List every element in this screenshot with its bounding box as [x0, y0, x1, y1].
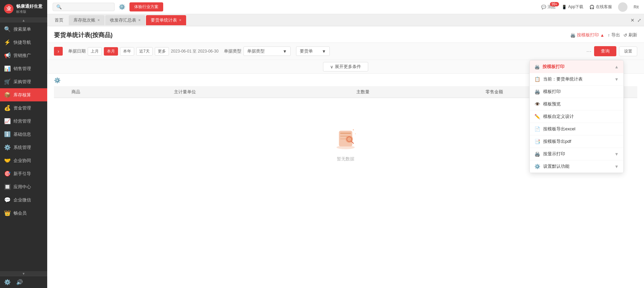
sound-icon[interactable]: 🔊 — [16, 279, 23, 285]
sidebar-item-enterprise[interactable]: 🤝 企业协同 — [0, 154, 47, 167]
sidebar-item-operations[interactable]: 📈 经营管理 — [0, 115, 47, 128]
tab-home[interactable]: 首页 — [50, 15, 68, 25]
sidebar-item-guide[interactable]: 🎯 新手引导 — [0, 167, 47, 180]
query-btn[interactable]: 查询 — [594, 46, 616, 56]
sidebar-label-basic: 基础信息 — [13, 131, 31, 137]
filter-more-options-icon[interactable]: ··· — [586, 48, 591, 55]
sidebar-item-finance[interactable]: 💰 资金管理 — [0, 101, 47, 115]
dropdown-header[interactable]: 🖨️ 按模板打印 ▲ — [530, 60, 623, 73]
app-download-label: App下载 — [568, 4, 583, 10]
tab-order-stats-label: 要货单统计表 — [151, 17, 177, 23]
dropdown-display-print-item[interactable]: 🖨️ 按显示打印 ▼ — [530, 148, 623, 160]
svg-rect-2 — [340, 132, 351, 134]
dropdown-display-print-label: 按显示打印 — [543, 151, 565, 157]
dropdown-export-pdf-label: 按模板导出pdf — [543, 138, 571, 145]
filter-7days-btn[interactable]: 近7天 — [136, 47, 153, 56]
dropdown-current-chevron: ▼ — [614, 77, 619, 82]
dropdown-set-default-item[interactable]: ⚙️ 设置默认功能 ▼ — [530, 160, 623, 173]
sidebar-item-system[interactable]: ⚙️ 系统管理 — [0, 141, 47, 154]
quick-nav-icon: ⚡ — [4, 39, 11, 45]
finance-icon: 💰 — [4, 105, 11, 111]
sidebar-label-quick-nav: 快捷导航 — [13, 39, 31, 45]
sidebar-label-marketing: 营销推广 — [13, 53, 31, 59]
sidebar-label-search: 搜索菜单 — [13, 26, 31, 32]
enterprise-icon: 🤝 — [4, 157, 11, 164]
maximize-window-btn[interactable]: ⤢ — [637, 18, 641, 23]
expand-more-btn[interactable]: ∨ 展开更多条件 — [323, 62, 368, 71]
filter-type-select[interactable]: 单据类型 ▼ — [243, 46, 291, 56]
template-print-btn[interactable]: 🖨️ 按模板打印 ▲ — [570, 32, 605, 38]
tab-inventory-batch-close[interactable]: × — [97, 18, 100, 23]
topbar-search-box[interactable]: 🔍 — [53, 3, 115, 11]
weixin-icon: 💬 — [4, 197, 11, 203]
tab-receive-summary-close[interactable]: × — [138, 18, 141, 23]
sidebar-item-quick-nav[interactable]: ⚡ 快捷导航 — [0, 36, 47, 49]
dropdown-current-template[interactable]: 📋 当前：要货单统计表 ▼ — [530, 73, 623, 86]
filter-this-month-btn[interactable]: 本月 — [104, 47, 118, 56]
dropdown-template-preview-label: 模板预览 — [543, 101, 561, 107]
settings-gear-icon[interactable]: ⚙️ — [4, 279, 11, 285]
tab-order-stats[interactable]: 要货单统计表 × — [146, 15, 186, 25]
sidebar-item-app-center[interactable]: 🔲 应用中心 — [0, 180, 47, 193]
filter-type-chevron: ▼ — [283, 49, 287, 54]
table-settings-icon[interactable]: ⚙️ — [54, 77, 61, 84]
filter-this-year-btn[interactable]: 本年 — [120, 47, 134, 56]
sidebar-logo: 业 畅康通好生意 标准版 — [0, 0, 47, 18]
inventory-icon: 📦 — [4, 92, 11, 98]
sidebar-item-marketing[interactable]: 📢 营销推广 — [0, 49, 47, 62]
filter-yaohuo-select[interactable]: 要货单 ▼ — [296, 46, 330, 56]
service-btn[interactable]: 🎧 在线客服 — [589, 4, 612, 10]
dropdown-current-label: 当前：要货单统计表 — [543, 76, 583, 82]
filter-yaohuo-label: 要货单 — [300, 48, 313, 54]
sidebar-item-weixin[interactable]: 💬 企业微信 — [0, 193, 47, 206]
service-label: 在线客服 — [596, 4, 612, 10]
dropdown-template-design-label: 模板自定义设计 — [543, 114, 574, 120]
sidebar-item-inventory[interactable]: 📦 库存核算 — [0, 88, 47, 101]
export-icon: ↑ — [608, 33, 610, 38]
sidebar-item-search[interactable]: 🔍 搜索菜单 — [0, 23, 47, 36]
sidebar-item-purchase[interactable]: 🛒 采购管理 — [0, 75, 47, 88]
sidebar-label-finance: 资金管理 — [13, 105, 31, 111]
sidebar-item-member[interactable]: 👑 畅会员 — [0, 206, 47, 220]
message-btn[interactable]: 💬 消息 99+ — [541, 4, 556, 10]
filter-expand-icon[interactable]: › — [54, 47, 63, 56]
printer-icon: 🖨️ — [570, 33, 576, 38]
main-area: 🔍 ⚙️ 体验行业方案 💬 消息 99+ 📱 App下载 🎧 在线客服 Rit — [47, 0, 644, 288]
refresh-btn[interactable]: ↺ 刷新 — [623, 32, 637, 38]
sidebar-label-guide: 新手引导 — [13, 171, 31, 177]
topbar-search-input[interactable] — [64, 5, 111, 9]
dropdown-template-preview-item[interactable]: 👁️ 模板预览 — [530, 98, 623, 110]
trial-btn[interactable]: 体验行业方案 — [129, 2, 163, 11]
dropdown-export-pdf-item[interactable]: 📑 按模板导出pdf — [530, 135, 623, 148]
export-btn[interactable]: ↑ 导出 — [608, 32, 620, 38]
dropdown-export-excel-item[interactable]: 📄 按模板导出excel — [530, 123, 623, 135]
col-quantity: 主数量 — [352, 86, 481, 98]
sidebar-item-sales[interactable]: 📊 销售管理 — [0, 62, 47, 75]
search-icon: 🔍 — [4, 26, 11, 32]
tab-receive-summary[interactable]: 收发存汇总表 × — [105, 15, 145, 25]
filter-date-label: 单据日期 — [68, 48, 86, 54]
filter-date-range: 2023-06-01 至 2023-06-30 — [171, 49, 218, 54]
dropdown-header-left: 🖨️ 按模板打印 — [534, 64, 564, 70]
tab-inventory-batch[interactable]: 库存批次账 × — [69, 15, 105, 25]
refresh-icon: ↺ — [623, 33, 627, 38]
filter-last-month-btn[interactable]: 上月 — [88, 47, 102, 56]
operations-icon: 📈 — [4, 118, 11, 124]
tab-order-stats-close[interactable]: × — [179, 18, 181, 23]
filter-more-btn[interactable]: 更多 — [155, 47, 169, 56]
dropdown-title: 按模板打印 — [543, 64, 564, 70]
settings-btn[interactable]: 设置 — [619, 46, 637, 56]
filter-type-group: 单据类型 单据类型 ▼ — [224, 46, 291, 56]
app-download-btn[interactable]: 📱 App下载 — [562, 4, 583, 10]
username[interactable]: Rit — [634, 5, 639, 9]
dropdown-template-print-item[interactable]: 🖨️ 模板打印 — [530, 86, 623, 98]
sidebar-item-basic[interactable]: ℹ️ 基础信息 — [0, 128, 47, 141]
topbar: 🔍 ⚙️ 体验行业方案 💬 消息 99+ 📱 App下载 🎧 在线客服 Rit — [47, 0, 644, 14]
app-name: 畅康通好生意 — [16, 3, 42, 9]
dropdown-template-design-item[interactable]: ✏️ 模板自定义设计 — [530, 110, 623, 123]
filter-type-label: 单据类型 — [224, 48, 241, 54]
page-content: 要货单统计表(按商品) 🖨️ 按模板打印 ▲ ↑ 导出 ↺ 刷新 — [47, 26, 644, 288]
avatar[interactable] — [618, 2, 627, 12]
topbar-gear-icon[interactable]: ⚙️ — [119, 4, 125, 10]
close-window-btn[interactable]: ✕ — [631, 18, 635, 23]
